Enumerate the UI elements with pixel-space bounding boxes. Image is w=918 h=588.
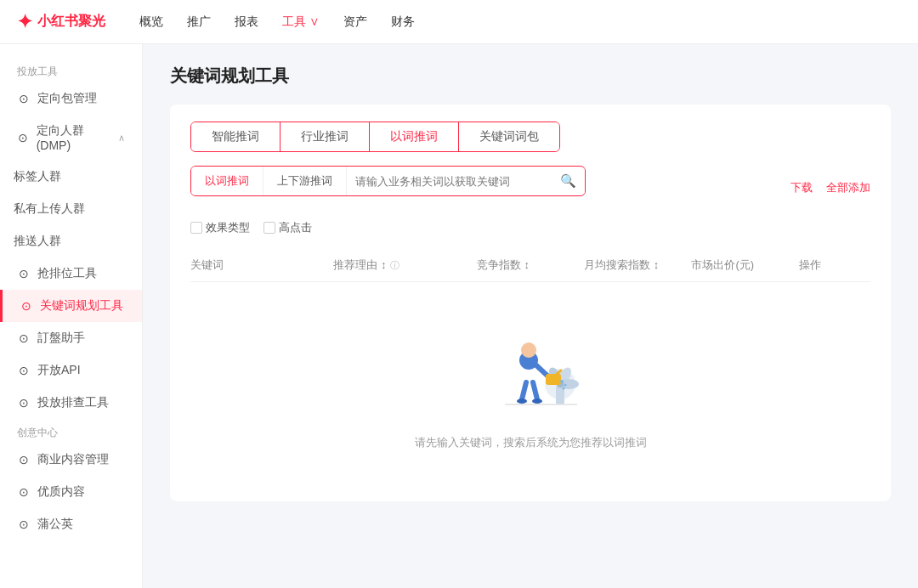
sidebar-item-open-api[interactable]: ⊙ 开放API <box>0 354 142 387</box>
filter-row: 效果类型 高点击 <box>190 220 870 235</box>
nav-menu: 概览 推广 报表 工具 ∨ 资产 财务 <box>139 14 415 30</box>
order-icon: ⊙ <box>17 331 31 345</box>
main-content: 关键词规划工具 智能推词 行业推词 以词推词 关键词词包 以词推词 上下游推词 … <box>143 44 918 588</box>
content-icon: ⊙ <box>17 453 31 466</box>
logo-icon: ✦ <box>17 11 32 33</box>
sidebar-label: 关键词规划工具 <box>40 298 123 314</box>
quality-icon: ⊙ <box>17 485 31 499</box>
tab-word-suggest[interactable]: 以词推词 <box>370 122 459 151</box>
chevron-icon: ∧ <box>118 133 125 144</box>
tab-keyword-pkg[interactable]: 关键词词包 <box>459 122 559 151</box>
nav-overview[interactable]: 概览 <box>139 14 163 30</box>
tab-industry-suggest[interactable]: 行业推词 <box>280 122 370 151</box>
nav-tools[interactable]: 工具 ∨ <box>282 14 320 30</box>
sidebar-label: 抢排位工具 <box>37 266 97 281</box>
sidebar-label: 优质内容 <box>37 484 85 500</box>
sidebar-label: 商业内容管理 <box>37 452 109 467</box>
filter-high-click-label: 高点击 <box>279 220 312 235</box>
sidebar-item-tag-crowd[interactable]: 标签人群 <box>0 161 142 193</box>
svg-rect-9 <box>546 374 561 385</box>
keyword-search-input[interactable] <box>355 175 553 188</box>
sidebar-label: 定向包管理 <box>37 91 97 106</box>
nav-finance[interactable]: 财务 <box>391 14 415 30</box>
sidebar-item-ranking[interactable]: ⊙ 抢排位工具 <box>0 257 142 290</box>
check-icon: ⊙ <box>17 396 31 410</box>
dmp-icon: ⊙ <box>17 131 30 144</box>
col-header-monthly-search: 月均搜索指数 ↕ <box>584 257 691 273</box>
page-layout: 投放工具 ⊙ 定向包管理 ⊙ 定向人群(DMP) ∧ 标签人群 私有上传人群 推… <box>0 44 918 588</box>
dandelion-icon: ⊙ <box>17 517 31 531</box>
svg-point-16 <box>517 399 527 404</box>
sidebar-item-quality-content[interactable]: ⊙ 优质内容 <box>0 476 142 508</box>
sidebar-label: 标签人群 <box>14 169 61 184</box>
sidebar-item-dmp[interactable]: ⊙ 定向人群(DMP) ∧ <box>0 115 142 161</box>
sidebar-item-content-mgmt[interactable]: ⊙ 商业内容管理 <box>0 444 142 476</box>
table-header: 关键词 推荐理由 ↕ ⓘ 竞争指数 ↕ 月均搜索指数 ↕ 市场出价(元) 操作 <box>190 249 870 282</box>
sidebar: 投放工具 ⊙ 定向包管理 ⊙ 定向人群(DMP) ∧ 标签人群 私有上传人群 推… <box>0 44 143 588</box>
ranking-icon: ⊙ <box>17 267 31 280</box>
svg-point-11 <box>560 380 564 383</box>
sidebar-label: 蒲公英 <box>37 517 73 532</box>
sidebar-item-placement-check[interactable]: ⊙ 投放排查工具 <box>0 387 142 419</box>
svg-point-7 <box>521 342 536 358</box>
nav-report[interactable]: 报表 <box>235 14 258 30</box>
col-header-action: 操作 <box>799 257 870 273</box>
tab-smart-suggest[interactable]: 智能推词 <box>191 122 280 151</box>
search-input-wrap: 🔍 <box>347 168 585 194</box>
col-header-reason: 推荐理由 ↕ ⓘ <box>333 257 476 273</box>
download-button[interactable]: 下载 <box>790 180 813 195</box>
sidebar-label: 訂盤助手 <box>37 331 85 346</box>
sidebar-section-creative: 创意中心 <box>0 419 142 444</box>
top-navigation: ✦ 小红书聚光 概览 推广 报表 工具 ∨ 资产 财务 <box>0 0 918 44</box>
svg-point-13 <box>563 387 565 390</box>
search-action-row: 以词推词 上下游推词 🔍 下载 全部添加 <box>190 166 870 210</box>
empty-state-text: 请先输入关键词，搜索后系统为您推荐以词推词 <box>415 435 647 450</box>
brand-name: 小红书聚光 <box>37 13 105 31</box>
svg-point-17 <box>532 399 542 404</box>
empty-state: 请先输入关键词，搜索后系统为您推荐以词推词 <box>190 282 870 484</box>
high-click-checkbox[interactable] <box>264 222 275 234</box>
sidebar-label: 定向人群(DMP) <box>37 123 111 152</box>
sidebar-label: 私有上传人群 <box>14 201 85 217</box>
keyword-icon: ⊙ <box>20 299 33 313</box>
add-all-button[interactable]: 全部添加 <box>826 180 870 195</box>
reason-info-icon[interactable]: ⓘ <box>390 259 400 272</box>
main-card: 智能推词 行业推词 以词推词 关键词词包 以词推词 上下游推词 🔍 下载 全部 <box>170 105 891 501</box>
filter-effect-label: 效果类型 <box>206 220 250 235</box>
effect-type-checkbox[interactable] <box>190 222 202 234</box>
col-header-keyword: 关键词 <box>190 257 333 273</box>
sidebar-item-upload-crowd[interactable]: 私有上传人群 <box>0 193 142 225</box>
sidebar-item-push-crowd[interactable]: 推送人群 <box>0 225 142 257</box>
sidebar-label: 开放API <box>37 363 81 378</box>
nav-assets[interactable]: 资产 <box>343 14 367 30</box>
search-icon[interactable]: 🔍 <box>560 173 576 189</box>
sidebar-item-targeting-pkg[interactable]: ⊙ 定向包管理 <box>0 82 142 115</box>
sub-tab-word-suggest[interactable]: 以词推词 <box>191 167 264 195</box>
svg-point-12 <box>564 384 567 387</box>
filter-high-click[interactable]: 高点击 <box>264 220 312 235</box>
sub-tab-upstream-suggest[interactable]: 上下游推词 <box>264 167 347 195</box>
sidebar-section-tools: 投放工具 <box>0 58 142 82</box>
main-tabs: 智能推词 行业推词 以词推词 关键词词包 <box>190 122 560 152</box>
sidebar-label: 投放排查工具 <box>37 395 109 410</box>
search-bar-container: 以词推词 上下游推词 🔍 <box>190 166 586 196</box>
sidebar-label: 推送人群 <box>14 234 61 249</box>
filter-effect-type[interactable]: 效果类型 <box>190 220 250 235</box>
sidebar-item-dandelion[interactable]: ⊙ 蒲公英 <box>0 508 142 540</box>
targeting-pkg-icon: ⊙ <box>17 92 31 105</box>
nav-promote[interactable]: 推广 <box>187 14 211 30</box>
col-header-price: 市场出价(元) <box>691 257 798 273</box>
svg-line-14 <box>522 382 526 399</box>
col-header-compete: 竞争指数 ↕ <box>477 257 584 273</box>
api-icon: ⊙ <box>17 364 31 377</box>
empty-svg <box>479 333 590 427</box>
svg-line-15 <box>533 382 537 399</box>
page-title: 关键词规划工具 <box>170 65 891 88</box>
empty-illustration <box>479 333 581 418</box>
sidebar-item-order-assistant[interactable]: ⊙ 訂盤助手 <box>0 322 142 354</box>
sidebar-item-keyword-tool[interactable]: ⊙ 关键词规划工具 <box>0 290 142 322</box>
brand-logo: ✦ 小红书聚光 <box>17 11 105 33</box>
